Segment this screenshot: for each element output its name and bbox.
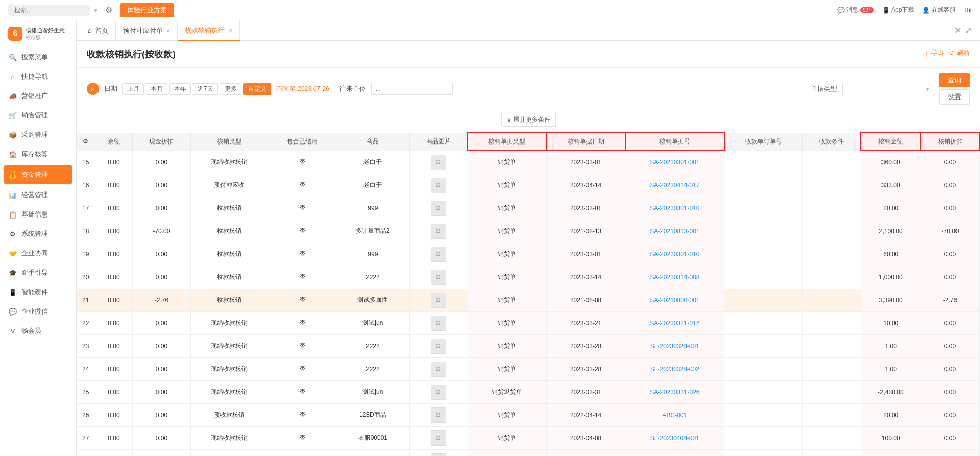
td-discount: 0.00 (921, 311, 979, 334)
td-voucher-no[interactable]: SL-20230418-001 (625, 449, 724, 456)
voucher-no-link[interactable]: SL-20230408-001 (650, 435, 699, 442)
refresh-button[interactable]: ↺ 刷新 (949, 48, 970, 57)
partner-filter-input[interactable] (371, 83, 453, 95)
tab-prepay[interactable]: 预付冲应付单 × (116, 20, 178, 41)
td-voucher-no[interactable]: SL-20230328-001 (625, 334, 724, 357)
tab-collection-close[interactable]: × (229, 27, 232, 33)
global-search-input[interactable] (8, 5, 90, 16)
search-setting-group: 查询 设置 (939, 73, 970, 105)
td-row-num: 19 (77, 243, 95, 266)
industry-solution-button[interactable]: 体验行业方案 (120, 3, 174, 17)
voucher-no-link[interactable]: SA-20230301-001 (650, 159, 699, 166)
table-row: 25 0.00 0.00 现结收款核销 否 测试jun 🖼 销货退货单 2023… (77, 380, 979, 403)
date-filter-label: 日期 (104, 84, 117, 93)
tab-prepay-close[interactable]: × (167, 28, 170, 34)
th-order-no: 收款单订单号 (724, 133, 802, 151)
expand-more-button[interactable]: ∨ 展开更多条件 (501, 113, 556, 127)
td-voucher-no[interactable]: SA-20230301-001 (625, 151, 724, 174)
window-close-icon[interactable]: ✕ (954, 26, 961, 35)
date-tag-this-month[interactable]: 本月 (146, 83, 167, 95)
sidebar-item-purchase[interactable]: 📦采购管理 (0, 125, 76, 145)
td-cash-discount: 0.00 (133, 449, 190, 456)
sidebar-item-search[interactable]: 🔍搜索菜单 (0, 47, 76, 67)
user-name[interactable]: Rit (964, 7, 972, 14)
voucher-no-link[interactable]: SA-20210813-001 (650, 228, 699, 235)
sidebar-item-guide[interactable]: 🎓新手引导 (0, 263, 76, 282)
td-discount: 0.00 (921, 449, 979, 456)
td-amount: 1.00 (861, 357, 921, 380)
sidebar-item-sales[interactable]: 🛒销售管理 (0, 106, 76, 125)
td-terms (802, 174, 861, 197)
voucher-no-link[interactable]: SA-20230301-010 (650, 205, 699, 212)
td-order-no (724, 151, 802, 174)
date-tag-last-month[interactable]: 上月 (122, 83, 144, 95)
voucher-no-link[interactable]: SA-20230314-008 (650, 274, 699, 281)
tab-collection[interactable]: 收款核销执行 × (178, 20, 239, 41)
td-terms (802, 426, 861, 449)
settings-gear-button[interactable]: ⚙ (102, 3, 116, 17)
export-button[interactable]: ↑ 导出 (925, 48, 944, 57)
td-voucher-date: 2023-03-21 (547, 311, 625, 334)
tab-home[interactable]: ⌂ 首页 (81, 20, 116, 41)
expand-filter-button[interactable]: » (87, 83, 99, 95)
voucher-no-link[interactable]: SA-20230331-026 (650, 389, 699, 396)
td-voucher-no[interactable]: SA-20230321-012 (625, 311, 724, 334)
sidebar-label-collab: 企业协同 (21, 249, 48, 258)
td-voucher-no[interactable]: SA-20230301-010 (625, 243, 724, 266)
td-order-no (724, 426, 802, 449)
td-cash-discount: -70.00 (133, 220, 190, 243)
td-voucher-no[interactable]: SL-20230408-001 (625, 426, 724, 449)
td-voucher-no[interactable]: SA-20230414-017 (625, 174, 724, 197)
td-settled: 否 (268, 380, 336, 403)
expand-more-wrapper: ∨ 展开更多条件 (87, 113, 970, 127)
goods-image-thumb: 🖼 (431, 407, 446, 423)
td-order-no (724, 266, 802, 289)
td-voucher-date: 2023-04-08 (547, 426, 625, 449)
sidebar-item-quick[interactable]: ⌂快捷导航 (0, 67, 76, 86)
sidebar-item-member[interactable]: V畅会员 (0, 321, 76, 341)
voucher-type-select[interactable]: ▾ (842, 83, 934, 95)
date-tag-custom[interactable]: 自定义 (243, 83, 271, 95)
sidebar-item-operation[interactable]: 📊经营管理 (0, 185, 76, 205)
td-discount: 0.00 (921, 243, 979, 266)
td-voucher-no[interactable]: SA-20210813-001 (625, 220, 724, 243)
date-tag-more[interactable]: 更多 (220, 83, 241, 95)
goods-image-thumb: 🖼 (431, 178, 446, 193)
sidebar-item-wechat[interactable]: 💬企业微信 (0, 302, 76, 321)
search-button[interactable]: 查询 (939, 73, 970, 87)
sidebar-item-finance[interactable]: 💰资金管理 (4, 165, 72, 184)
setting-button[interactable]: 设置 (939, 89, 970, 105)
app-download-link[interactable]: 📱 App下载 (882, 6, 914, 14)
operation-icon: 📊 (8, 191, 17, 199)
sidebar-item-system[interactable]: ⚙系统管理 (0, 224, 76, 244)
online-service-link[interactable]: 👤 在线客服 (922, 6, 956, 14)
voucher-no-link[interactable]: SL-20230328-002 (650, 366, 699, 373)
voucher-no-link[interactable]: ABC-001 (662, 412, 687, 419)
sidebar-item-marketing[interactable]: 📣营销推广 (0, 86, 76, 106)
sidebar-item-collab[interactable]: 🤝企业协同 (0, 244, 76, 263)
th-settings[interactable]: ⚙ (77, 133, 95, 151)
voucher-no-link[interactable]: SA-20230414-017 (650, 182, 699, 189)
td-voucher-no[interactable]: SL-20230328-002 (625, 357, 724, 380)
td-voucher-no[interactable]: SA-20230314-008 (625, 266, 724, 289)
td-goods-image: 🖼 (409, 197, 468, 220)
date-tag-this-year[interactable]: 本年 (169, 83, 191, 95)
date-range-display: 不限 至 2023-07-26 (276, 85, 329, 93)
td-discount: 0.00 (921, 403, 979, 426)
td-voucher-no[interactable]: SA-20210808-001 (625, 289, 724, 311)
voucher-no-link[interactable]: SL-20230328-001 (650, 343, 699, 350)
td-voucher-no[interactable]: SA-20230301-010 (625, 197, 724, 220)
sidebar-item-inventory[interactable]: 🏠库存核算 (0, 145, 76, 164)
table-row: 23 0.00 0.00 现结收款核销 否 2222 🖼 销货单 2023-03… (77, 334, 979, 357)
sidebar-item-hardware[interactable]: 📱智能硬件 (0, 282, 76, 302)
date-tag-7days[interactable]: 近7天 (193, 83, 218, 95)
voucher-no-link[interactable]: SA-20230301-010 (650, 251, 699, 258)
td-voucher-no[interactable]: ABC-001 (625, 403, 724, 426)
voucher-no-link[interactable]: SA-20210808-001 (650, 297, 699, 304)
voucher-no-link[interactable]: SA-20230321-012 (650, 320, 699, 327)
notify-area[interactable]: 💬 消息 99+ (837, 6, 874, 14)
td-row-num: 28 (77, 449, 95, 456)
td-voucher-no[interactable]: SA-20230331-026 (625, 380, 724, 403)
window-expand-icon[interactable]: ⤢ (965, 26, 972, 35)
sidebar-item-basic[interactable]: 📋基础信息 (0, 205, 76, 224)
